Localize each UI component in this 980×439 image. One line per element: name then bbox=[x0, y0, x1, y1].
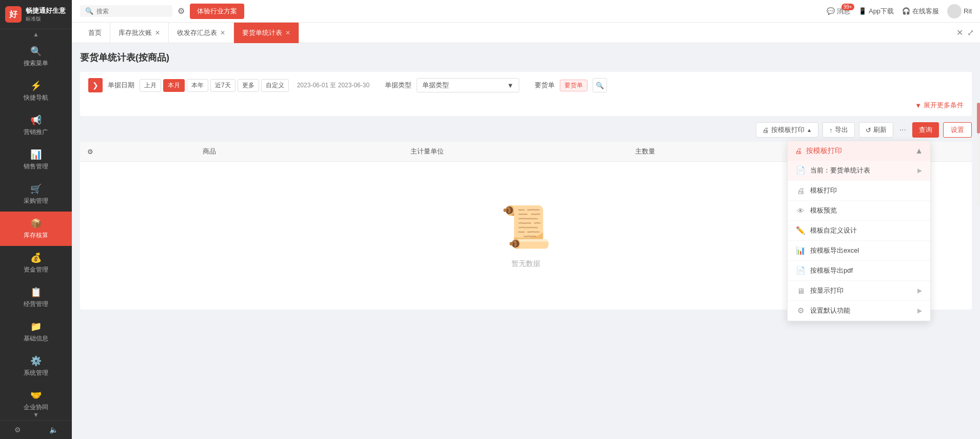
filter-toggle-btn[interactable]: ❯ bbox=[88, 78, 103, 92]
avatar-image bbox=[947, 4, 962, 18]
page-content: 要货单统计表(按商品) ❯ 单据日期 上月 本月 本年 近7天 更多 自定义 2… bbox=[72, 43, 980, 439]
date-btn-this-year[interactable]: 本年 bbox=[187, 79, 208, 92]
print-dropdown-title: 🖨 按模板打印 bbox=[795, 146, 842, 156]
date-btn-7days[interactable]: 近7天 bbox=[210, 79, 236, 92]
tabs-bar: 首页库存批次账✕收发存汇总表✕要货单统计表✕ ✕ ⤢ bbox=[72, 23, 980, 43]
sidebar-item-system[interactable]: ⚙️系统管理 bbox=[0, 349, 72, 384]
sidebar-item-label-search: 搜索菜单 bbox=[24, 59, 48, 68]
sidebar-item-purchase[interactable]: 🛒采购管理 bbox=[0, 177, 72, 212]
order-filter-tag[interactable]: 要货单 bbox=[560, 80, 587, 91]
pd-label-export_excel: 按模板导出excel bbox=[810, 246, 859, 255]
operations-icon: 📋 bbox=[30, 287, 42, 298]
query-btn[interactable]: 查询 bbox=[912, 122, 939, 138]
pd-item-current[interactable]: 📄当前：要货单统计表▶ bbox=[788, 161, 930, 181]
message-button[interactable]: 💬 消息 99+ bbox=[827, 7, 850, 16]
chevron-down-icon: ▼ bbox=[507, 82, 514, 89]
pd-item-default_func[interactable]: ⚙设置默认功能▶ bbox=[788, 301, 930, 321]
filter-search-icon-btn[interactable]: 🔍 bbox=[593, 78, 607, 92]
sidebar-item-sales[interactable]: 📊销售管理 bbox=[0, 143, 72, 177]
sidebar-item-label-purchase: 采购管理 bbox=[24, 197, 48, 205]
tabs-close-icon[interactable]: ✕ bbox=[956, 28, 963, 37]
pd-label-display_print: 按显示打印 bbox=[810, 286, 844, 295]
date-btn-this-month[interactable]: 本月 bbox=[163, 79, 185, 92]
type-select[interactable]: 单据类型 ▼ bbox=[417, 78, 519, 92]
pd-label-template_print: 模板打印 bbox=[810, 186, 837, 195]
gear-icon[interactable]: ⚙ bbox=[178, 6, 185, 16]
sidebar-scroll-up[interactable]: ▲ bbox=[0, 29, 72, 40]
export-btn[interactable]: ↑ 导出 bbox=[822, 122, 855, 138]
type-label: 单据类型 bbox=[385, 81, 411, 90]
sidebar-item-label-sales: 销售管理 bbox=[24, 162, 48, 171]
topbar-right: 💬 消息 99+ 📱 App下载 🎧 在线客服 Rit bbox=[827, 4, 972, 18]
sidebar-item-basic[interactable]: 📁基础信息 bbox=[0, 315, 72, 349]
print-dropdown: 🖨 按模板打印 ▲ 📄当前：要货单统计表▶🖨模板打印👁模板预览✏️模板自定义设计… bbox=[787, 141, 931, 321]
topbar-search-box[interactable]: 🔍 bbox=[80, 5, 172, 17]
sidebar-item-label-collab: 企业协同 bbox=[24, 403, 48, 410]
pd-item-template_preview[interactable]: 👁模板预览 bbox=[788, 201, 930, 221]
sidebar-item-quicknav[interactable]: ⚡快捷导航 bbox=[0, 74, 72, 108]
order-tag-label: 要货单 bbox=[535, 81, 555, 90]
collab-icon: 🤝 bbox=[30, 390, 42, 401]
sidebar-footer: ⚙ 🔈 bbox=[0, 420, 72, 439]
tab-batch[interactable]: 库存批次账✕ bbox=[110, 23, 169, 43]
finance-icon: 💰 bbox=[30, 252, 42, 263]
date-btn-more[interactable]: 更多 bbox=[238, 79, 259, 92]
pd-item-display_print[interactable]: 🖥按显示打印▶ bbox=[788, 281, 930, 301]
date-btn-custom[interactable]: 自定义 bbox=[261, 79, 289, 92]
tab-order_stats[interactable]: 要货单统计表✕ bbox=[234, 23, 299, 43]
pd-label-export_pdf: 按模板导出pdf bbox=[810, 266, 853, 275]
sidebar-item-search[interactable]: 🔍搜索菜单 bbox=[0, 40, 72, 74]
search-input[interactable] bbox=[96, 8, 158, 15]
print-dropdown-header: 🖨 按模板打印 ▲ bbox=[788, 141, 930, 161]
sidebar-item-finance[interactable]: 💰资金管理 bbox=[0, 246, 72, 280]
tab-close-order_stats[interactable]: ✕ bbox=[285, 29, 290, 36]
trial-button[interactable]: 体验行业方案 bbox=[190, 4, 244, 19]
system-icon: ⚙️ bbox=[30, 355, 42, 367]
export-btn-label: 导出 bbox=[835, 125, 848, 135]
sidebar-settings-icon[interactable]: ⚙ bbox=[14, 426, 21, 434]
tab-home[interactable]: 首页 bbox=[80, 23, 110, 43]
tab-close-batch[interactable]: ✕ bbox=[155, 29, 160, 36]
purchase-icon: 🛒 bbox=[30, 183, 42, 195]
empty-icon: 📜 bbox=[500, 203, 552, 251]
sidebar-item-marketing[interactable]: 📢营销推广 bbox=[0, 108, 72, 143]
settings-btn[interactable]: 设置 bbox=[943, 122, 972, 138]
right-scrollbar[interactable] bbox=[977, 103, 980, 205]
print-chevron-icon: ▲ bbox=[807, 127, 812, 133]
sidebar-item-inventory[interactable]: 📦库存核算 bbox=[0, 212, 72, 246]
date-label: 单据日期 bbox=[108, 81, 134, 90]
scrollbar-thumb[interactable] bbox=[977, 103, 980, 133]
sidebar-speaker-icon[interactable]: 🔈 bbox=[49, 426, 58, 434]
expand-icon: ▼ bbox=[915, 102, 922, 109]
sidebar-item-label-quicknav: 快捷导航 bbox=[24, 93, 48, 102]
tabs-expand-icon[interactable]: ⤢ bbox=[967, 28, 974, 37]
print-btn[interactable]: 🖨 按模板打印 ▲ bbox=[756, 122, 818, 138]
tab-close-collection[interactable]: ✕ bbox=[220, 29, 225, 36]
sidebar-item-operations[interactable]: 📋经营管理 bbox=[0, 280, 72, 315]
pd-item-export_pdf[interactable]: 📄按模板导出pdf bbox=[788, 261, 930, 281]
online-service-button[interactable]: 🎧 在线客服 bbox=[902, 7, 939, 16]
sidebar-item-label-basic: 基础信息 bbox=[24, 334, 48, 343]
pd-item-template_print[interactable]: 🖨模板打印 bbox=[788, 181, 930, 201]
sidebar-scroll-down[interactable]: ▼ bbox=[0, 410, 72, 420]
pd-item-template_design[interactable]: ✏️模板自定义设计 bbox=[788, 221, 930, 241]
sidebar-item-label-inventory: 库存核算 bbox=[24, 231, 48, 240]
sidebar-item-label-operations: 经营管理 bbox=[24, 300, 48, 309]
app-download-button[interactable]: 📱 App下载 bbox=[858, 7, 894, 16]
print-dropdown-close-icon[interactable]: ▲ bbox=[915, 146, 923, 156]
sidebar-item-collab[interactable]: 🤝企业协同 bbox=[0, 384, 72, 410]
message-badge: 99+ bbox=[841, 4, 854, 10]
toolbar-more-btn[interactable]: ··· bbox=[897, 123, 908, 137]
expand-filter-label: 展开更多条件 bbox=[924, 101, 964, 110]
expand-filter-btn[interactable]: ▼ 展开更多条件 bbox=[915, 101, 964, 110]
th-col-3: 主数量 bbox=[536, 147, 754, 156]
tab-collection[interactable]: 收发存汇总表✕ bbox=[169, 23, 234, 43]
th-col-1: 商品 bbox=[101, 147, 319, 156]
pd-item-export_excel[interactable]: 📊按模板导出excel bbox=[788, 241, 930, 261]
date-buttons: 上月 本月 本年 近7天 更多 自定义 bbox=[140, 79, 289, 92]
refresh-btn[interactable]: ↺ 刷新 bbox=[859, 122, 893, 138]
topbar-left: 🔍 ⚙ 体验行业方案 bbox=[80, 4, 244, 19]
date-btn-last-month[interactable]: 上月 bbox=[140, 79, 161, 92]
user-avatar[interactable]: Rit bbox=[947, 4, 972, 18]
th-col-0: ⚙ bbox=[80, 148, 101, 156]
